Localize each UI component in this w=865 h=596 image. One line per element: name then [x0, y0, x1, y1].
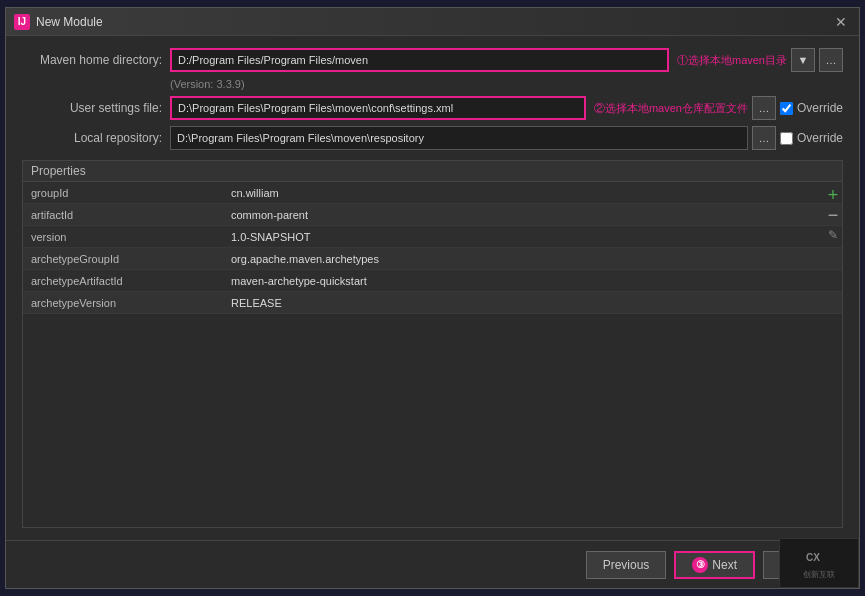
local-repo-override-label[interactable]: Override — [797, 131, 843, 145]
maven-home-input-group: ①选择本地maven目录 ▼ … — [170, 48, 843, 72]
table-row[interactable]: groupId cn.william — [23, 182, 842, 204]
maven-home-label: Maven home directory: — [22, 53, 162, 67]
watermark-text: 创新互联 — [803, 569, 835, 580]
dialog-body: Maven home directory: ①选择本地maven目录 ▼ … (… — [6, 36, 859, 540]
version-text: (Version: 3.3.9) — [170, 78, 843, 90]
local-repo-override-group: Override — [780, 131, 843, 145]
table-row[interactable]: artifactId common-parent — [23, 204, 842, 226]
user-settings-input-group: ②选择本地maven仓库配置文件 … Override — [170, 96, 843, 120]
title-bar-left: IJ New Module — [14, 14, 103, 30]
local-repo-label: Local repository: — [22, 131, 162, 145]
next-badge: ③ — [692, 557, 708, 573]
maven-home-dropdown-btn[interactable]: ▼ — [791, 48, 815, 72]
local-repo-input-group: … Override — [170, 126, 843, 150]
maven-home-browse-btn[interactable]: … — [819, 48, 843, 72]
maven-home-row: Maven home directory: ①选择本地maven目录 ▼ … — [22, 48, 843, 72]
maven-home-input[interactable] — [170, 48, 669, 72]
properties-section: Properties groupId cn.william artifactId… — [22, 160, 843, 528]
local-repo-browse-btn[interactable]: … — [752, 126, 776, 150]
watermark: CX 创新互联 — [779, 538, 859, 588]
user-settings-browse-btn[interactable]: … — [752, 96, 776, 120]
local-repo-input[interactable] — [170, 126, 748, 150]
new-module-dialog: IJ New Module ✕ Maven home directory: ①选… — [5, 7, 860, 589]
table-row[interactable]: archetypeGroupId org.apache.maven.archet… — [23, 248, 842, 270]
table-row[interactable]: version 1.0-SNAPSHOT — [23, 226, 842, 248]
svg-text:CX: CX — [806, 552, 820, 563]
properties-header: Properties — [23, 161, 842, 182]
local-repo-row: Local repository: … Override — [22, 126, 843, 150]
override-checkbox[interactable] — [780, 102, 793, 115]
watermark-logo: CX — [804, 546, 834, 569]
user-settings-annotation: ②选择本地maven仓库配置文件 — [594, 101, 748, 116]
user-settings-row: User settings file: ②选择本地maven仓库配置文件 … O… — [22, 96, 843, 120]
title-bar: IJ New Module ✕ — [6, 8, 859, 36]
maven-home-annotation: ①选择本地maven目录 — [677, 53, 787, 68]
edit-property-button[interactable]: ✎ — [824, 226, 842, 244]
add-property-button[interactable]: + — [824, 186, 842, 204]
close-button[interactable]: ✕ — [831, 12, 851, 32]
override-checkbox-group: Override — [780, 101, 843, 115]
table-row[interactable]: archetypeVersion RELEASE — [23, 292, 842, 314]
properties-table: groupId cn.william artifactId common-par… — [23, 182, 842, 527]
remove-property-button[interactable]: − — [824, 206, 842, 224]
dialog-title: New Module — [36, 15, 103, 29]
next-button[interactable]: ③Next — [674, 551, 755, 579]
previous-button[interactable]: Previous — [586, 551, 667, 579]
app-icon: IJ — [14, 14, 30, 30]
dialog-footer: Previous ③Next Cancel — [6, 540, 859, 588]
user-settings-input[interactable] — [170, 96, 586, 120]
local-repo-override-checkbox[interactable] — [780, 132, 793, 145]
override-label[interactable]: Override — [797, 101, 843, 115]
user-settings-label: User settings file: — [22, 101, 162, 115]
prop-actions-panel: + − ✎ — [822, 182, 842, 248]
table-row[interactable]: archetypeArtifactId maven-archetype-quic… — [23, 270, 842, 292]
